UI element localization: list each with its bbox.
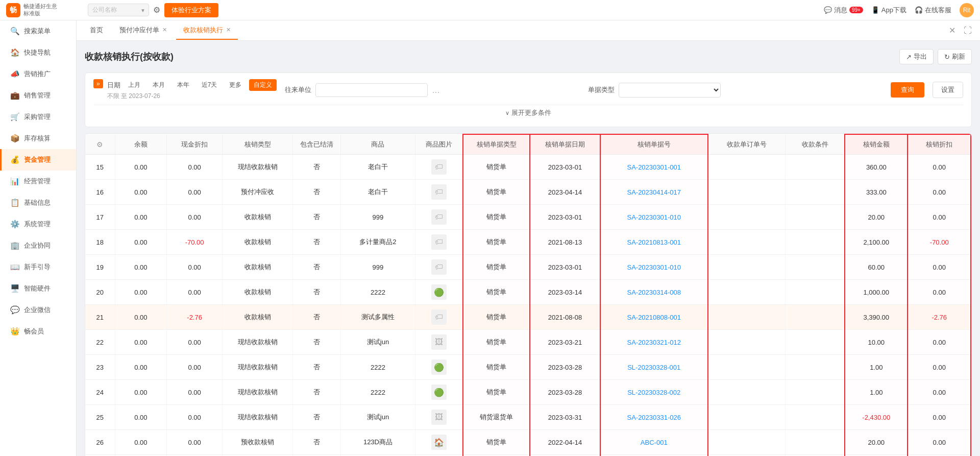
sidebar-icon-purchase: 🛒 — [10, 112, 20, 122]
sidebar-item-corp[interactable]: 🏢企业协同 — [0, 235, 76, 256]
cell-writeoff-discount: 0.00 — [908, 355, 971, 380]
expand-toggle-btn[interactable]: » — [93, 79, 103, 88]
cell-goods-image: 🏷 — [415, 230, 463, 255]
cell-receipt-order — [708, 230, 786, 255]
cell-goods: 老白干 — [341, 180, 415, 205]
sidebar-item-quick-nav[interactable]: 🏠快捷导航 — [0, 42, 76, 63]
sidebar-item-guide[interactable]: 📖新手引导 — [0, 256, 76, 278]
cell-goods: 2222 — [341, 280, 415, 305]
this-year-btn[interactable]: 本年 — [173, 79, 194, 91]
bill-no-link[interactable]: ABC-001 — [641, 439, 668, 446]
cell-bill-date: 2023-03-01 — [530, 205, 600, 230]
app-download-btn[interactable]: 📱 App下载 — [871, 6, 906, 15]
goods-image-icon: 🏷 — [435, 212, 443, 222]
cell-goods: 老白干 — [341, 155, 415, 180]
cell-included: 否 — [293, 205, 341, 230]
sidebar-item-marketing[interactable]: 📣营销推广 — [0, 63, 76, 85]
top-bar-center: 公司名称 ▼ ⚙ 体验行业方案 — [88, 3, 819, 17]
settings-col-icon[interactable]: ⚙ — [96, 140, 103, 149]
cell-payment-cond — [786, 280, 845, 305]
bill-no-link[interactable]: SA-20230414-017 — [627, 188, 681, 196]
headset-icon: 🎧 — [915, 6, 923, 14]
avatar[interactable]: Rit — [960, 3, 974, 17]
bill-no-link[interactable]: SA-20230314-008 — [627, 289, 681, 296]
cell-bill-no: SL-20230328-002 — [600, 380, 708, 405]
bill-no-link[interactable]: SA-20230331-026 — [627, 414, 681, 421]
cell-included: 否 — [293, 330, 341, 355]
cell-idx: 18 — [85, 230, 115, 255]
sidebar-item-search-menu[interactable]: 🔍搜索菜单 — [0, 20, 76, 42]
bill-no-link[interactable]: SL-20230328-001 — [627, 364, 680, 371]
cell-writeoff-discount: 0.00 — [908, 430, 971, 455]
cell-cash-discount: -70.00 — [167, 230, 223, 255]
tab-writeoff[interactable]: 收款核销执行✕ — [176, 21, 238, 40]
sidebar-item-system[interactable]: ⚙️系统管理 — [0, 213, 76, 235]
this-month-btn[interactable]: 本月 — [148, 79, 169, 91]
message-badge: 99+ — [849, 7, 863, 13]
tab-close-prepaid[interactable]: ✕ — [162, 27, 167, 33]
bill-type-select[interactable] — [619, 83, 721, 98]
cell-goods-image: 🏷 — [415, 305, 463, 330]
cell-writeoff-type: 现结收款核销 — [223, 380, 293, 405]
messages-btn[interactable]: 💬 消息 99+ — [824, 6, 863, 15]
table-row: 26 0.00 0.00 预收款核销 否 123D商品 🏠 销货单 2022-0… — [85, 430, 971, 455]
col-header-bill-no: 核销单据号 — [600, 134, 708, 155]
online-service-btn[interactable]: 🎧 在线客服 — [915, 6, 951, 15]
cell-bill-type: 销货单 — [463, 330, 530, 355]
tab-close-writeoff[interactable]: ✕ — [226, 27, 231, 33]
cell-bill-no: SA-20210808-001 — [600, 305, 708, 330]
custom-date-btn[interactable]: 自定义 — [249, 79, 277, 91]
sidebar-item-sales[interactable]: 💼销售管理 — [0, 85, 76, 106]
cell-bill-date: 2021-08-08 — [530, 305, 600, 330]
goods-image-icon: 🏷 — [435, 187, 443, 197]
bill-no-link[interactable]: SA-20230321-012 — [627, 339, 681, 346]
bill-no-link[interactable]: SA-20230301-010 — [627, 213, 681, 221]
cell-bill-date: 2023-03-01 — [530, 255, 600, 280]
sidebar-label-system: 系统管理 — [24, 220, 51, 229]
cell-receipt-order — [708, 255, 786, 280]
expand-more[interactable]: ∨ 展开更多条件 — [93, 105, 963, 121]
bill-no-link[interactable]: SA-20230301-010 — [627, 263, 681, 271]
cell-goods-image: 🏷 — [415, 155, 463, 180]
bill-no-link[interactable]: SA-20210808-001 — [627, 314, 681, 321]
bill-no-link[interactable]: SA-20230301-001 — [627, 163, 681, 171]
cell-included: 否 — [293, 255, 341, 280]
partner-input[interactable] — [315, 83, 428, 97]
export-btn[interactable]: ↗ 导出 — [899, 49, 934, 64]
page-title: 收款核销执行(按收款) — [85, 51, 174, 63]
sidebar-item-inventory[interactable]: 📦库存核算 — [0, 128, 76, 149]
company-selector[interactable]: 公司名称 ▼ — [88, 4, 149, 16]
last-month-btn[interactable]: 上月 — [124, 79, 145, 91]
bill-no-link[interactable]: SL-20230328-002 — [627, 389, 680, 396]
close-tab-btn[interactable]: ✕ — [947, 23, 958, 37]
cell-writeoff-discount: 0.00 — [908, 330, 971, 355]
industry-btn[interactable]: 体验行业方案 — [164, 3, 218, 17]
cell-writeoff-type: 现结收款核销 — [223, 155, 293, 180]
page-area: 收款核销执行(按收款) ↗ 导出 ↻ 刷新 » — [77, 41, 980, 456]
cell-goods-image: 🟢 — [415, 380, 463, 405]
sidebar-item-basic-info[interactable]: 📋基础信息 — [0, 192, 76, 213]
filter-settings-btn[interactable]: 设置 — [933, 82, 963, 98]
cell-balance: 0.00 — [115, 255, 167, 280]
bill-no-link[interactable]: SA-20210813-001 — [627, 238, 681, 246]
sidebar-item-smart-hw[interactable]: 🖥️智能硬件 — [0, 278, 76, 299]
sidebar-item-finance[interactable]: 💰资金管理 — [0, 149, 76, 171]
col-header-included: 包含已结清 — [293, 134, 341, 155]
sidebar-item-purchase[interactable]: 🛒采购管理 — [0, 106, 76, 128]
sidebar-item-wechat[interactable]: 💬企业微信 — [0, 299, 76, 321]
tab-prepaid[interactable]: 预付冲应付单✕ — [112, 21, 174, 40]
cell-included: 否 — [293, 280, 341, 305]
cell-cash-discount: 0.00 — [167, 155, 223, 180]
settings-icon[interactable]: ⚙ — [153, 5, 160, 15]
sidebar-item-operations[interactable]: 📊经营管理 — [0, 171, 76, 192]
sidebar-item-member[interactable]: 👑畅会员 — [0, 321, 76, 342]
cell-included: 否 — [293, 230, 341, 255]
more-date-btn[interactable]: 更多 — [225, 79, 246, 91]
query-btn[interactable]: 查询 — [891, 82, 924, 98]
table-row: 18 0.00 -70.00 收款核销 否 多计量商品2 🏷 销货单 2021-… — [85, 230, 971, 255]
cell-receipt-order — [708, 380, 786, 405]
refresh-btn[interactable]: ↻ 刷新 — [938, 49, 972, 64]
tab-home[interactable]: 首页 — [83, 21, 110, 40]
last-7days-btn[interactable]: 近7天 — [197, 79, 222, 91]
expand-tab-btn[interactable]: ⛶ — [962, 24, 974, 37]
